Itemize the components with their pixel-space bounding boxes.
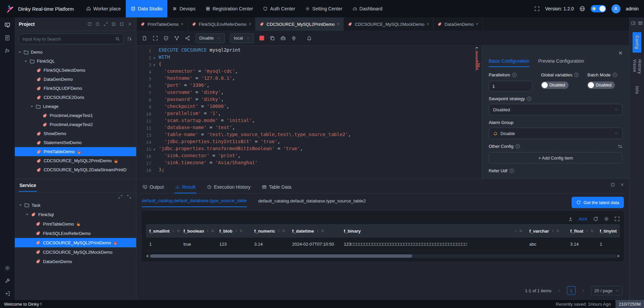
circle-icon[interactable] xyxy=(95,22,100,26)
fx-function-icon[interactable] xyxy=(5,48,10,53)
fullscreen-icon[interactable] xyxy=(534,6,540,11)
alarm-bell-icon[interactable] xyxy=(307,36,312,41)
column-search-icon[interactable] xyxy=(239,229,243,233)
tab-close-icon[interactable]: × xyxy=(476,22,478,26)
nav-devops[interactable]: Devops xyxy=(167,0,200,17)
parallelism-input[interactable] xyxy=(489,81,532,91)
column-search-icon[interactable] xyxy=(556,229,559,233)
user-avatar[interactable] xyxy=(611,4,621,13)
project-search-input[interactable] xyxy=(22,37,112,42)
tab-config[interactable]: Config xyxy=(633,32,641,53)
service-item-cdcsource-mysql2printdemo[interactable]: CDCSOURCE_MySQL2PrintDemo xyxy=(15,238,136,247)
tab-basic-configuration[interactable]: Basic Configuration xyxy=(489,58,529,67)
column-header-f-datetime[interactable]: f_datetime xyxy=(289,224,340,238)
column-search-icon[interactable] xyxy=(321,229,324,233)
scrollbar-track[interactable] xyxy=(149,254,617,258)
column-search-icon[interactable] xyxy=(177,229,180,233)
nav-registration-center[interactable]: Registration Center xyxy=(201,0,258,17)
scroll-right-arrow[interactable] xyxy=(618,254,620,258)
page-size-select[interactable]: 20 / page xyxy=(591,286,623,295)
expand-all-icon[interactable] xyxy=(118,194,123,199)
dag-graph-icon[interactable] xyxy=(174,36,179,41)
minimize-icon[interactable] xyxy=(111,22,116,26)
editor-tab-cdcsource-mysql2printdemo[interactable]: CDCSOURCE_MySQL2PrintDemo× xyxy=(256,17,344,31)
column-sort-icon[interactable] xyxy=(551,229,554,233)
alarm-group-select[interactable]: Disable xyxy=(489,128,623,139)
fullscreen-icon[interactable] xyxy=(614,216,620,222)
column-sort-icon[interactable] xyxy=(172,229,175,233)
editor-tab-datagendemo[interactable]: DataGenDemo× xyxy=(433,17,483,31)
column-sort-icon[interactable] xyxy=(277,229,280,233)
service-item-cdcsource-mysql2mockdemo[interactable]: CDCSOURCE_MySQL2MockDemo xyxy=(15,247,136,257)
language-globe-icon[interactable] xyxy=(579,6,585,12)
catalog-tab-type-source-table2[interactable]: default_catalog.default_database.type_so… xyxy=(258,198,366,207)
global-variables-toggle[interactable]: Disabled xyxy=(541,81,569,89)
gear-icon[interactable] xyxy=(604,216,609,222)
tab-output[interactable]: Output xyxy=(142,183,164,193)
tree-item-flinksqlselectdemo[interactable]: FlinkSQLSelectDemo xyxy=(15,66,136,75)
column-sort-icon[interactable] xyxy=(316,229,319,233)
service-item-flinksqlenvreferdemo[interactable]: FlinkSQLEnvReferDemo xyxy=(15,229,136,238)
format-file-icon[interactable] xyxy=(142,36,147,41)
copy-icon[interactable] xyxy=(270,36,275,41)
settings-gear-icon[interactable] xyxy=(4,265,10,271)
prev-page-button[interactable] xyxy=(555,286,564,295)
grid-icon[interactable] xyxy=(638,21,643,25)
nav-dashboard[interactable]: Dashboard xyxy=(347,0,388,17)
tab-close-icon[interactable]: × xyxy=(427,22,429,26)
ava-toggle[interactable]: AVA xyxy=(579,217,588,222)
add-config-button[interactable]: + Add Config item xyxy=(489,152,623,164)
username[interactable]: admin xyxy=(626,6,639,11)
horizontal-scrollbar[interactable] xyxy=(146,254,620,258)
tab-close-icon[interactable]: × xyxy=(249,22,251,26)
tree-item-flinksql[interactable]: FlinkSQL xyxy=(15,57,136,66)
tree-item-cdcsource2doris[interactable]: CDCSOURCE2Doris xyxy=(15,93,136,102)
refresh-icon[interactable] xyxy=(593,216,598,222)
expand-arrows-icon[interactable] xyxy=(103,22,108,26)
close-icon[interactable] xyxy=(127,22,132,26)
maximize-icon[interactable] xyxy=(119,22,124,26)
nav-setting-center[interactable]: Setting Center xyxy=(300,0,347,17)
column-header-f-smallint[interactable]: f_smallint xyxy=(146,224,180,238)
code-editor[interactable]: 12∨3∨456789101112131415∨161718 EXECUTE C… xyxy=(137,46,482,179)
next-page-button[interactable] xyxy=(579,286,588,295)
tree-item-datagendemo[interactable]: DataGenDemo xyxy=(15,75,136,84)
column-sort-icon[interactable] xyxy=(234,229,238,233)
editor-tab-cdcsource-mysql2mockdemo[interactable]: CDCSOURCE_MySQL2MockDemo× xyxy=(344,17,433,31)
wrench-icon[interactable] xyxy=(4,278,10,284)
column-header-f-tinyint[interactable]: f_tinyint xyxy=(596,224,620,238)
column-header-f-numeric[interactable]: f_numeric xyxy=(251,224,289,238)
tab-close-icon[interactable]: × xyxy=(181,22,183,26)
column-header-f-float[interactable]: f_float xyxy=(567,224,596,238)
refresh-icon[interactable] xyxy=(87,22,92,26)
validate-check-icon[interactable] xyxy=(163,36,169,41)
job-briefcase-icon[interactable] xyxy=(280,36,286,41)
service-item-datagendemo[interactable]: DataGenDemo xyxy=(15,257,136,266)
savepoint-select[interactable]: Disabled xyxy=(489,104,623,115)
column-search-icon[interactable] xyxy=(519,229,523,233)
get-latest-data-button[interactable]: Get the latest data xyxy=(572,197,624,208)
tab-vision-history[interactable]: Vision History xyxy=(631,59,643,79)
theme-toggle[interactable] xyxy=(591,5,606,12)
column-sort-icon[interactable] xyxy=(585,229,589,233)
stop-button[interactable] xyxy=(259,36,264,41)
column-header-f-blob[interactable]: f_blob xyxy=(216,224,251,238)
nav-data-studio[interactable]: Data Studio xyxy=(126,0,167,17)
tree-item-lineage[interactable]: Lineage xyxy=(15,102,136,111)
page-number[interactable]: 1 xyxy=(567,286,576,295)
column-sort-icon[interactable] xyxy=(206,229,209,233)
column-search-icon[interactable] xyxy=(590,229,594,233)
console-icon[interactable] xyxy=(4,22,10,28)
maximize-icon[interactable] xyxy=(610,182,615,187)
tab-execution-history[interactable]: Execution History xyxy=(206,183,251,193)
service-item-task[interactable]: Task xyxy=(15,200,136,210)
panel-layout-icon[interactable] xyxy=(631,21,636,25)
column-sort-icon[interactable] xyxy=(514,229,518,233)
tab-preview-configuration[interactable]: Preview Configuration xyxy=(538,58,584,67)
swap-icon[interactable] xyxy=(618,144,623,149)
service-item-printtabledemo[interactable]: PrintTableDemo xyxy=(15,219,136,229)
locate-pin-icon[interactable] xyxy=(291,36,297,41)
lineage-share-icon[interactable] xyxy=(185,36,190,41)
exit-icon[interactable] xyxy=(4,291,10,297)
column-header-f-binary[interactable]: f_binary xyxy=(340,224,526,238)
